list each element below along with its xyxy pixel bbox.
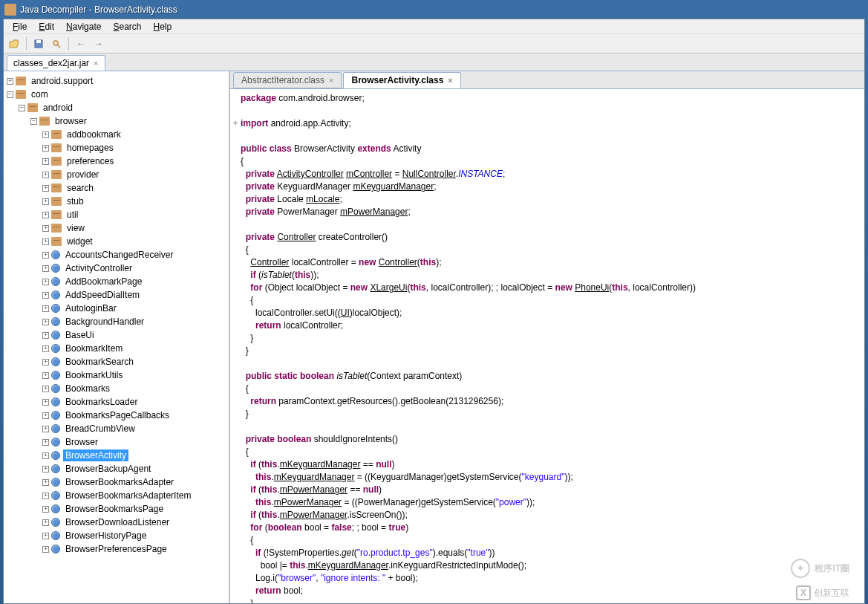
- expand-toggle[interactable]: +: [42, 319, 49, 325]
- code-viewer[interactable]: package com.android.browser; +import and…: [230, 89, 864, 603]
- tree-package-node[interactable]: +widget: [4, 235, 229, 248]
- expand-toggle[interactable]: +: [42, 493, 49, 499]
- expand-toggle[interactable]: +: [42, 439, 49, 446]
- app-icon: [4, 4, 16, 16]
- expand-toggle[interactable]: +: [42, 172, 49, 178]
- expand-toggle[interactable]: +: [42, 345, 49, 352]
- expand-toggle[interactable]: +: [42, 279, 49, 285]
- expand-toggle[interactable]: +: [42, 466, 49, 473]
- tree-class-node[interactable]: +BaseUi: [4, 328, 229, 342]
- expand-toggle[interactable]: +: [42, 212, 49, 218]
- tree-class-node[interactable]: +ActivityController: [4, 262, 229, 275]
- expand-toggle[interactable]: +: [42, 359, 49, 366]
- close-icon[interactable]: ×: [448, 76, 452, 85]
- tree-class-node[interactable]: +AutologinBar: [4, 302, 229, 315]
- expand-toggle[interactable]: −: [30, 118, 37, 125]
- tree-package-node[interactable]: +view: [4, 221, 229, 235]
- close-icon[interactable]: ×: [329, 76, 333, 85]
- expand-toggle[interactable]: +: [42, 238, 49, 245]
- expand-toggle[interactable]: +: [42, 265, 49, 272]
- close-icon[interactable]: ×: [94, 59, 98, 68]
- tree-class-node[interactable]: +Browser: [4, 435, 229, 449]
- expand-toggle[interactable]: +: [42, 399, 49, 406]
- tree-package-node[interactable]: +search: [4, 181, 229, 195]
- expand-toggle[interactable]: +: [42, 252, 49, 259]
- tree-class-node[interactable]: +BrowserBackupAgent: [4, 462, 229, 475]
- save-button[interactable]: [31, 36, 46, 51]
- expand-toggle[interactable]: +: [42, 386, 49, 392]
- forward-button[interactable]: →: [91, 36, 106, 51]
- file-tab[interactable]: classes_dex2jar.jar ×: [7, 55, 105, 71]
- tree-class-node[interactable]: +BrowserPreferencesPage: [4, 542, 229, 556]
- back-button[interactable]: ←: [74, 36, 88, 51]
- expand-toggle[interactable]: +: [42, 426, 49, 432]
- tree-class-node[interactable]: +BackgroundHandler: [4, 315, 229, 328]
- menu-search[interactable]: Search: [107, 20, 147, 33]
- tree-class-node[interactable]: +BookmarksPageCallbacks: [4, 409, 229, 422]
- tree-class-node[interactable]: +BrowserDownloadListener: [4, 516, 229, 529]
- expand-toggle[interactable]: +: [42, 225, 49, 232]
- tree-package-node[interactable]: +stub: [4, 195, 229, 208]
- tree-class-node[interactable]: +BrowserBookmarksAdapter: [4, 475, 229, 489]
- tree-class-node[interactable]: +BreadCrumbView: [4, 422, 229, 435]
- tree-package-node[interactable]: −android: [4, 101, 229, 114]
- expand-toggle[interactable]: +: [42, 506, 49, 513]
- search-button[interactable]: [49, 36, 64, 51]
- tree-class-node[interactable]: +AddBookmarkPage: [4, 275, 229, 288]
- tree-label: BookmarksPageCallbacks: [63, 409, 172, 421]
- menu-edit[interactable]: Edit: [33, 20, 60, 33]
- tree-class-node[interactable]: +BookmarkUtils: [4, 368, 229, 382]
- tree-class-node[interactable]: +BookmarkSearch: [4, 355, 229, 368]
- expand-toggle[interactable]: −: [7, 91, 13, 98]
- tree-class-node[interactable]: +AddSpeedDialItem: [4, 288, 229, 302]
- menu-file[interactable]: File: [7, 20, 33, 33]
- tree-class-node[interactable]: +AccountsChangedReceiver: [4, 248, 229, 262]
- tree-package-node[interactable]: +android.support: [4, 74, 229, 88]
- expand-toggle[interactable]: +: [42, 452, 49, 459]
- tree-package-node[interactable]: +homepages: [4, 141, 229, 155]
- tree-package-node[interactable]: +provider: [4, 168, 229, 181]
- expand-toggle[interactable]: +: [42, 292, 49, 299]
- tree-package-node[interactable]: +addbookmark: [4, 128, 229, 141]
- expand-toggle[interactable]: +: [42, 158, 49, 165]
- expand-toggle[interactable]: +: [42, 131, 49, 138]
- tree-class-node[interactable]: +BookmarksLoader: [4, 395, 229, 409]
- class-icon: [51, 424, 60, 433]
- tree-class-node[interactable]: +BrowserBookmarksAdapterItem: [4, 489, 229, 502]
- tree-package-node[interactable]: −browser: [4, 114, 229, 128]
- tree-package-node[interactable]: +preferences: [4, 155, 229, 168]
- expand-toggle[interactable]: −: [19, 105, 25, 111]
- open-button[interactable]: [7, 36, 22, 51]
- class-icon: [51, 371, 60, 380]
- class-icon: [51, 357, 60, 366]
- expand-toggle[interactable]: +: [42, 412, 49, 419]
- expand-toggle[interactable]: +: [42, 546, 49, 553]
- expand-toggle[interactable]: +: [42, 479, 49, 486]
- tree-class-node[interactable]: +BookmarkItem: [4, 342, 229, 355]
- expand-toggle[interactable]: +: [42, 332, 49, 339]
- expand-toggle[interactable]: +: [42, 198, 49, 205]
- tree-class-node[interactable]: +BrowserHistoryPage: [4, 529, 229, 542]
- menu-help[interactable]: Help: [147, 20, 177, 33]
- tree-label: widget: [65, 236, 95, 247]
- class-icon: [51, 504, 60, 513]
- expand-toggle[interactable]: +: [42, 305, 49, 312]
- expand-toggle[interactable]: +: [42, 372, 49, 379]
- tree-package-node[interactable]: +util: [4, 208, 229, 221]
- menu-navigate[interactable]: Navigate: [60, 20, 107, 33]
- tree-package-node[interactable]: −com: [4, 88, 229, 101]
- class-icon: [51, 277, 60, 286]
- tree-sidebar[interactable]: +android.support−com−android−browser+add…: [4, 71, 230, 603]
- expand-toggle[interactable]: +: [42, 533, 49, 539]
- tree-class-node[interactable]: +BrowserBookmarksPage: [4, 502, 229, 516]
- editor-tab[interactable]: AbstractIterator.class×: [233, 72, 342, 88]
- expand-toggle[interactable]: +: [42, 145, 49, 152]
- expand-toggle[interactable]: +: [7, 78, 13, 85]
- expand-toggle[interactable]: +: [42, 185, 49, 192]
- tree-class-node[interactable]: +Bookmarks: [4, 382, 229, 395]
- package-icon: [51, 170, 62, 179]
- tree-label: provider: [65, 169, 101, 181]
- tree-class-node[interactable]: +BrowserActivity: [4, 449, 229, 462]
- editor-tab[interactable]: BrowserActivity.class×: [343, 72, 460, 88]
- expand-toggle[interactable]: +: [42, 519, 49, 526]
